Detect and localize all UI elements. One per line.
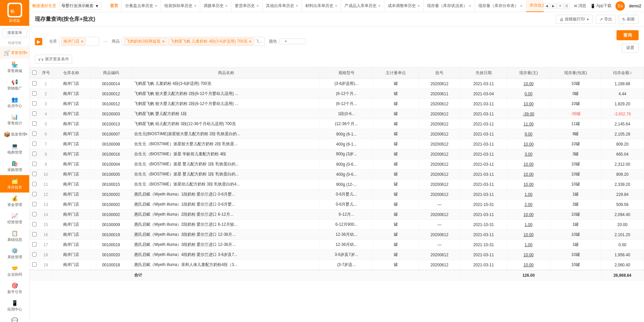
export-button[interactable]: ↗ 导出 [596, 15, 616, 24]
stock-main-link-8[interactable]: 10.00 [524, 162, 534, 167]
tab-scroll-left[interactable]: ◀ [544, 3, 550, 9]
stock-main-link-6[interactable]: 10.00 [524, 142, 534, 147]
warehouse-tag-close[interactable]: ✕ [80, 39, 84, 44]
sidebar-item-purchase[interactable]: 🛍️ 采购管理 [0, 158, 29, 175]
stock-main-link-16[interactable]: 1.00 [525, 243, 532, 247]
close-tab-cost-adjust[interactable]: ✕ [417, 4, 420, 8]
tab-batch-voucher[interactable]: 库存批次账 ✕ [526, 0, 544, 12]
tab-cost-adjust[interactable]: 成本调整单历史 ✕ [384, 0, 424, 12]
close-tab-require[interactable]: ✕ [256, 4, 259, 8]
product-tag-2-close[interactable]: ✕ [249, 39, 252, 44]
sidebar-item-guide[interactable]: 🎯 新手引导 [0, 280, 29, 297]
tab-scroll-right[interactable]: ▶ [550, 3, 556, 9]
stock-main-link-17[interactable]: 10.00 [524, 253, 534, 257]
row-checkbox-2[interactable] [32, 101, 37, 106]
row-checkbox-3[interactable] [32, 111, 37, 116]
expand-filter-button[interactable]: ▶ [35, 38, 42, 45]
sidebar-item-member[interactable]: 👥 会员中心 [0, 94, 29, 111]
stock-main-link-12[interactable]: 2.00 [525, 202, 532, 207]
template-print-button[interactable]: 🖨 按模板打印 ▼ [556, 15, 593, 24]
close-tab-inventory-dist[interactable]: ✕ [520, 4, 523, 8]
close-tab-inventory-status[interactable]: ✕ [469, 4, 471, 8]
row-checkbox-16[interactable] [32, 242, 37, 247]
row-checkbox-1[interactable] [32, 91, 37, 96]
search-menu-button[interactable]: 搜索菜单 [2, 29, 27, 37]
tab-material-out[interactable]: 材料出库单历史 ✕ [302, 0, 341, 12]
tab-menu[interactable]: ☰ [564, 3, 570, 9]
sidebar-item-retail-stats[interactable]: 📊 零售统计 [0, 111, 29, 128]
sidebar-item-apps[interactable]: 📱 应用中心 [0, 297, 29, 315]
tab-inventory-status[interactable]: 现存量（库存状况表） ✕ [424, 0, 475, 12]
stock-main-link-0[interactable]: 10.00 [524, 82, 534, 86]
expand-conditions-button[interactable]: ∨∨ 展开更多条件 [35, 55, 72, 64]
balance-info-icon[interactable]: ℹ [630, 71, 632, 75]
stock-main-link-7[interactable]: 3.00 [525, 152, 532, 157]
tab-transfer[interactable]: 调拨单历史 ✕ [200, 0, 231, 12]
tab-product-in[interactable]: 产成品入库单历史 ✕ [341, 0, 384, 12]
sidebar-item-wechat[interactable]: 💬 企业微信 [0, 315, 29, 322]
sidebar-item-marketing[interactable]: 📢 营销推广 [0, 76, 29, 94]
sidebar-item-system[interactable]: ⚙️ 系统管理 [0, 245, 29, 262]
sidebar-item-operation[interactable]: 📈 经营管理 [0, 210, 29, 227]
stock-main-link-4[interactable]: 11.00 [524, 122, 534, 126]
row-checkbox-18[interactable] [32, 262, 37, 267]
tab-other-out[interactable]: 其他出库单历史 ✕ [263, 0, 302, 12]
tab-require[interactable]: 要货单历史 ✕ [231, 0, 263, 12]
row-checkbox-4[interactable] [32, 121, 37, 126]
row-checkbox-12[interactable] [32, 202, 37, 206]
stock-main-link-11[interactable]: 1.00 [525, 192, 532, 197]
stock-main-link-2[interactable]: 10.00 [524, 102, 534, 106]
select-all-checkbox[interactable] [32, 70, 37, 75]
row-checkbox-8[interactable] [32, 162, 37, 166]
color-filter-container[interactable]: ▼ [279, 39, 306, 44]
tab-close-all[interactable]: ✕ [557, 3, 563, 9]
query-button[interactable]: 查询 [616, 30, 639, 40]
sidebar-item-basic[interactable]: 📋 基础信息 [0, 227, 29, 245]
tab-split-inventory[interactable]: 分量盘点单历史 ✕ [122, 0, 161, 12]
row-checkbox-17[interactable] [32, 252, 37, 257]
close-tab-split-inventory[interactable]: ✕ [155, 4, 157, 8]
product-tag-1-close[interactable]: ✕ [162, 39, 165, 44]
sidebar-item-finance[interactable]: 💰 资金管理 [0, 193, 29, 210]
sidebar-item-wholesale[interactable]: 📦 批发管理 ▼ [0, 128, 29, 140]
app-download-button[interactable]: 📱 App下载 [590, 3, 611, 9]
row-checkbox-0[interactable] [32, 81, 37, 86]
stock-main-link-5[interactable]: 9.00 [525, 132, 532, 137]
sidebar-item-retail[interactable]: 🛒 零售管理 ▼ [0, 47, 29, 59]
sidebar-item-inventory[interactable]: 🗂️ 库存核算 [0, 175, 29, 193]
stock-main-link-13[interactable]: 10.00 [524, 212, 534, 217]
tab-inventory-dist[interactable]: 现存量（库存分布表） ✕ [475, 0, 526, 12]
refresh-button[interactable]: ↻ 刷新 [619, 15, 639, 24]
row-checkbox-7[interactable] [32, 152, 37, 156]
close-tab-product-in[interactable]: ✕ [378, 4, 381, 8]
sidebar-item-retail-shop[interactable]: 🏪 零售商城 [0, 59, 29, 76]
row-checkbox-15[interactable] [32, 232, 37, 236]
row-checkbox-13[interactable] [32, 212, 37, 216]
row-checkbox-9[interactable] [32, 172, 37, 176]
warehouse-tag-container[interactable]: 南岸门店 ✕ [59, 37, 99, 46]
sidebar-item-enterprise[interactable]: 🤝 企业协同 [0, 262, 29, 280]
row-checkbox-10[interactable] [32, 182, 37, 186]
stock-main-link-15[interactable]: 10.00 [524, 232, 534, 237]
row-checkbox-11[interactable] [32, 192, 37, 196]
row-checkbox-5[interactable] [32, 131, 37, 136]
stock-main-link-3[interactable]: -39.00 [523, 112, 534, 116]
settings-button[interactable]: 设置 [622, 43, 639, 53]
close-tab-transfer[interactable]: ✕ [225, 4, 228, 8]
close-tab-disassemble[interactable]: ✕ [194, 4, 197, 8]
stock-main-link-14[interactable]: 1.00 [525, 222, 532, 227]
row-checkbox-14[interactable] [32, 222, 37, 226]
user-avatar[interactable]: Ea [615, 1, 625, 11]
sidebar-item-ecommerce[interactable]: 💻 电商管理 [0, 140, 29, 158]
product-tag-container[interactable]: 飞鹤奶粉3段两提装 ✕ 飞鹤星飞帆 儿童奶粉 4段(3-6岁适用) 700克 ✕… [122, 37, 265, 46]
account-selector[interactable]: 母婴行业演示账套 ▼ [59, 2, 101, 10]
stock-main-link-9[interactable]: 10.00 [524, 172, 534, 177]
stock-main-link-10[interactable]: 10.00 [524, 182, 534, 187]
row-checkbox-6[interactable] [32, 142, 37, 146]
message-button[interactable]: ✉ 消息 [574, 3, 586, 9]
close-tab-other-out[interactable]: ✕ [296, 4, 298, 8]
close-tab-material-out[interactable]: ✕ [335, 4, 337, 8]
product-more[interactable]: 飞... [255, 39, 263, 44]
tab-disassemble[interactable]: 组装拆卸单历史 ✕ [161, 0, 200, 12]
stock-main-link-18[interactable]: 10.00 [524, 263, 534, 267]
